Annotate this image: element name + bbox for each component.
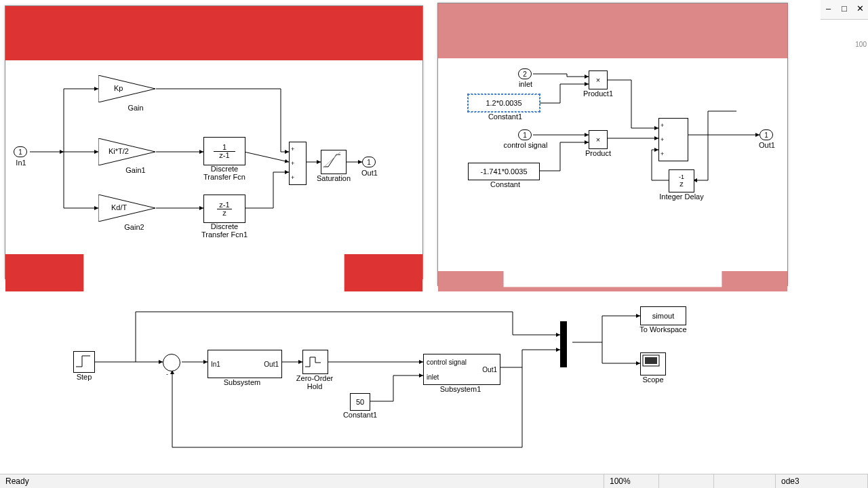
bg-fragment: 100 bbox=[855, 41, 867, 48]
tf1-label: Discrete Transfer Fcn bbox=[199, 165, 250, 181]
gain-kd-label: Gain2 bbox=[119, 223, 149, 231]
outport-out1[interactable]: 1 bbox=[760, 129, 773, 140]
status-solver: ode3 bbox=[776, 474, 868, 488]
svg-rect-18 bbox=[560, 321, 567, 367]
discrete-tf2[interactable]: z-1 z bbox=[203, 195, 245, 223]
minimize-button[interactable]: – bbox=[821, 0, 836, 16]
sum-block[interactable]: +++ bbox=[289, 142, 307, 185]
canvas[interactable]: 2 inlet 1 control signal 1.2*0.0035 Cons… bbox=[438, 58, 787, 271]
subsystem-in: In1 bbox=[211, 361, 220, 368]
inport-in1-label: In1 bbox=[12, 159, 30, 167]
product1-block[interactable]: × bbox=[589, 70, 608, 89]
saturation-label: Saturation bbox=[313, 174, 354, 182]
status-ready: Ready bbox=[0, 474, 604, 488]
saturation-block[interactable] bbox=[321, 150, 347, 174]
constant1-label: Constant1 bbox=[481, 113, 529, 121]
inport-control[interactable]: 1 bbox=[518, 129, 532, 140]
outport-out1-label: Out1 bbox=[757, 141, 777, 149]
status-zoom: 100% bbox=[604, 474, 659, 488]
product-label: Product bbox=[580, 149, 616, 157]
to-workspace-block[interactable]: simout bbox=[640, 306, 686, 325]
window-subsystem: M_discretePID/Subsystem * – □ ✕ File Edi… bbox=[5, 5, 423, 279]
canvas-parent[interactable]: Step - In1 Out1 Subsystem Zero-Order Hol… bbox=[0, 291, 868, 469]
canvas[interactable]: 1 In1 Kp Gain Ki*T/2 Gain1 Kd/T Gain2 1 … bbox=[5, 60, 422, 254]
integer-delay-label: Integer Delay bbox=[654, 192, 709, 201]
inport-control-label: control signal bbox=[500, 141, 551, 149]
constant1-block[interactable]: 50 bbox=[350, 393, 370, 411]
svg-line-4 bbox=[244, 152, 289, 162]
sum-block[interactable]: +++ bbox=[658, 118, 688, 161]
app-icon bbox=[441, 7, 452, 18]
constant1-block[interactable]: 1.2*0.0035 bbox=[468, 94, 540, 112]
svg-rect-20 bbox=[645, 357, 657, 364]
outport-out1-label: Out1 bbox=[359, 169, 380, 177]
constant-block[interactable]: -1.741*0.0035 bbox=[468, 163, 540, 180]
status-cell-3 bbox=[659, 474, 714, 488]
zoh-block[interactable] bbox=[302, 350, 328, 374]
product1-label: Product1 bbox=[579, 89, 617, 98]
close-button[interactable]: ✕ bbox=[852, 0, 868, 16]
constant1-label: Constant1 bbox=[340, 411, 380, 419]
inport-inlet[interactable]: 2 bbox=[518, 68, 532, 79]
outport-out1[interactable]: 1 bbox=[362, 157, 376, 167]
app-icon bbox=[8, 10, 19, 21]
gain-kp-value[interactable]: Kp bbox=[114, 84, 123, 92]
window-subsystem1: M_discretePID/Subsystem1 * – □ ✕ File Ed… bbox=[437, 3, 788, 286]
tf2-num: z-1 bbox=[219, 201, 229, 209]
svg-line-11 bbox=[323, 152, 340, 168]
inport-inlet-label: inlet bbox=[514, 80, 537, 88]
delay-bot: z bbox=[679, 180, 684, 188]
gain-ki-label: Gain1 bbox=[121, 166, 151, 174]
zoh-label: Zero-Order Hold bbox=[293, 374, 336, 390]
constant-label: Constant bbox=[483, 180, 528, 188]
sum-junction[interactable] bbox=[163, 354, 180, 371]
titlebar[interactable]: M_discretePID/Subsystem1 * – □ ✕ bbox=[438, 3, 787, 23]
tf1-num: 1 bbox=[222, 144, 226, 151]
subsystem-block[interactable]: In1 Out1 bbox=[208, 350, 282, 378]
sum-minus: - bbox=[166, 371, 168, 378]
subsystem1-out: Out1 bbox=[482, 366, 497, 373]
gain-kd-value[interactable]: Kd/T bbox=[111, 203, 127, 211]
subsystem1-port2: inlet bbox=[427, 373, 439, 381]
scope-label: Scope bbox=[637, 375, 669, 384]
subsystem1-label: Subsystem1 bbox=[437, 385, 484, 393]
maximize-button[interactable]: □ bbox=[836, 0, 852, 16]
subsystem1-port1: control signal bbox=[427, 359, 467, 366]
to-workspace-label: To Workspace bbox=[635, 325, 692, 333]
gain-kp-label: Gain bbox=[122, 104, 149, 112]
gain-ki-value[interactable]: Ki*T/2 bbox=[108, 147, 129, 155]
integer-delay-block[interactable]: -1 z bbox=[669, 169, 694, 192]
tf2-den: z bbox=[217, 209, 232, 217]
subsystem-out: Out1 bbox=[264, 361, 279, 368]
product-block[interactable]: × bbox=[589, 130, 608, 149]
tf1-den: z-1 bbox=[214, 151, 235, 159]
subsystem1-block[interactable]: control signal inlet Out1 bbox=[423, 354, 500, 385]
step-label: Step bbox=[71, 373, 98, 381]
titlebar[interactable]: M_discretePID/Subsystem * – □ ✕ bbox=[5, 6, 422, 25]
inport-in1[interactable]: 1 bbox=[14, 146, 27, 157]
scope-block[interactable] bbox=[640, 352, 666, 375]
discrete-tf1[interactable]: 1 z-1 bbox=[203, 137, 245, 165]
subsystem-label: Subsystem bbox=[220, 378, 264, 386]
tf2-label: Discrete Transfer Fcn1 bbox=[199, 222, 250, 239]
status-cell-4 bbox=[714, 474, 776, 488]
statusbar-parent: Ready 100% ode3 bbox=[0, 474, 868, 488]
svg-marker-8 bbox=[98, 75, 155, 102]
step-block[interactable] bbox=[73, 351, 95, 373]
